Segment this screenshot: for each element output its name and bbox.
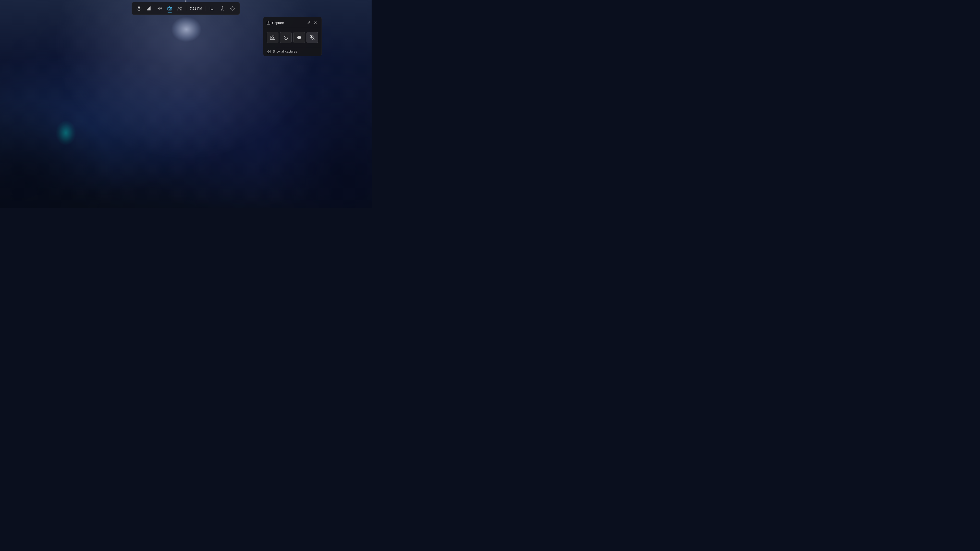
show-all-captures-button[interactable]: Show all captures	[263, 47, 321, 56]
capture-panel: Capture	[263, 17, 322, 56]
capture-panel-title: Capture	[272, 21, 284, 25]
record-button[interactable]	[293, 32, 305, 43]
capture-panel-icon	[266, 21, 270, 25]
svg-rect-7	[150, 6, 151, 11]
record-dot	[298, 36, 301, 39]
svg-point-3	[139, 7, 139, 8]
svg-rect-17	[270, 36, 275, 40]
svg-rect-5	[148, 8, 149, 11]
show-all-icon	[267, 50, 271, 53]
gamebar: 7:21 PM	[132, 2, 240, 15]
svg-point-9	[169, 8, 170, 10]
svg-point-11	[180, 7, 182, 8]
gamebar-audio-button[interactable]	[155, 4, 164, 13]
svg-point-18	[272, 37, 274, 39]
svg-rect-24	[267, 52, 269, 53]
terrain-right	[242, 62, 372, 208]
svg-point-2	[139, 7, 140, 8]
cyan-plant-glow	[56, 120, 76, 146]
svg-rect-25	[269, 52, 271, 53]
mic-toggle-button[interactable]	[307, 32, 318, 43]
svg-rect-23	[269, 50, 271, 51]
svg-rect-22	[267, 50, 269, 51]
screenshot-button[interactable]	[267, 32, 278, 43]
svg-point-16	[268, 22, 269, 24]
gamebar-performance-button[interactable]	[145, 4, 154, 13]
capture-close-button[interactable]	[312, 20, 318, 26]
svg-point-14	[232, 8, 233, 9]
show-all-captures-label: Show all captures	[273, 50, 297, 53]
svg-rect-12	[210, 7, 214, 10]
terrain-left	[0, 83, 130, 208]
gamebar-capture-button[interactable]	[165, 4, 174, 13]
svg-rect-6	[149, 7, 150, 11]
capture-pin-button[interactable]	[306, 20, 312, 26]
capture-header-actions	[306, 20, 318, 26]
svg-point-10	[178, 7, 180, 8]
svg-rect-4	[147, 9, 148, 11]
gamebar-settings-button[interactable]	[228, 4, 237, 13]
gamebar-time: 7:21 PM	[188, 6, 204, 11]
svg-point-13	[222, 6, 223, 7]
gamebar-social-button[interactable]	[175, 4, 185, 13]
gamebar-xbox-button[interactable]	[135, 4, 144, 13]
capture-actions-row	[263, 28, 321, 47]
gamebar-divider-1	[186, 6, 186, 11]
gamebar-remote-button[interactable]	[207, 4, 217, 13]
gamebar-accessibility-button[interactable]	[218, 4, 227, 13]
capture-title-area: Capture	[266, 21, 284, 25]
moon-glow	[171, 17, 202, 42]
capture-panel-header: Capture	[263, 17, 321, 28]
record-last-button[interactable]	[280, 32, 292, 43]
svg-point-1	[138, 7, 138, 8]
svg-rect-15	[267, 22, 270, 24]
